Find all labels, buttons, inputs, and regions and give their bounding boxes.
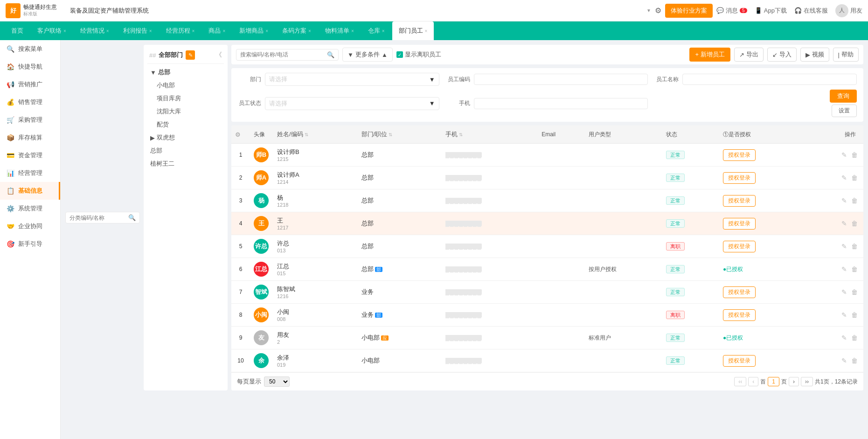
dept-tree-item-shuanghuxiang[interactable]: ▶ 双虎想	[147, 131, 224, 144]
dept-filter-select[interactable]: 请选择 ▼	[265, 73, 439, 86]
tab-profit[interactable]: 利润报告 ×	[117, 21, 159, 40]
row-auth-cell[interactable]: 授权登录	[719, 189, 807, 212]
auth-button[interactable]: 授权登录	[723, 286, 756, 298]
dept-tree-item-zongbu[interactable]: ▼ 总部	[147, 66, 224, 79]
row-auth-cell[interactable]: 授权登录	[719, 281, 807, 304]
dept-tree-item-xiaodian[interactable]: 小电部	[147, 79, 224, 92]
tab-barcode[interactable]: 条码方案 ×	[276, 21, 318, 40]
th-phone[interactable]: 手机⇅	[442, 125, 538, 144]
edit-icon[interactable]: ✎	[841, 357, 847, 364]
delete-icon[interactable]: 🗑	[851, 151, 858, 159]
search-button[interactable]: 查询	[830, 90, 857, 103]
row-auth-cell[interactable]: 授权登录	[719, 235, 807, 258]
row-auth-cell[interactable]: 授权登录	[719, 212, 807, 235]
video-button[interactable]: ▶ 视频	[800, 48, 829, 62]
dept-tree-item-peihuo[interactable]: 配货	[147, 118, 224, 131]
delete-icon[interactable]: 🗑	[851, 311, 858, 319]
row-auth-cell[interactable]: 授权登录	[719, 304, 807, 327]
sidebar-item-inventory[interactable]: 📦 库存核算	[0, 129, 60, 146]
sidebar-item-system[interactable]: ⚙️ 系统管理	[0, 200, 60, 217]
online-service-button[interactable]: 🎧 在线客服	[794, 7, 828, 15]
edit-icon[interactable]: ✎	[841, 243, 847, 250]
row-auth-cell[interactable]: 授权登录	[719, 167, 807, 189]
edit-icon[interactable]: ✎	[841, 174, 847, 181]
tab-bom[interactable]: 物料清单 ×	[319, 21, 361, 40]
tab-goods[interactable]: 商品 ×	[202, 21, 232, 40]
delete-icon[interactable]: 🗑	[851, 243, 858, 250]
delete-icon[interactable]: 🗑	[851, 334, 858, 341]
close-icon[interactable]: ×	[308, 28, 311, 34]
sidebar-item-finance[interactable]: 💳 资金管理	[0, 146, 60, 164]
close-icon[interactable]: ×	[106, 28, 109, 34]
dept-tree-item-zhishu[interactable]: 植树王二	[147, 157, 224, 170]
close-icon[interactable]: ×	[222, 28, 225, 34]
sidebar-item-sales[interactable]: 💰 销售管理	[0, 93, 60, 111]
close-icon[interactable]: ×	[382, 28, 385, 34]
tab-employee[interactable]: 部门员工 ×	[392, 21, 434, 40]
next-last-button[interactable]: ››	[801, 377, 813, 386]
tab-home[interactable]: 首页	[5, 21, 30, 40]
import-button[interactable]: ↙ 导入	[767, 48, 797, 62]
name-filter-input[interactable]	[682, 74, 857, 85]
system-dropdown-arrow[interactable]: ▼	[646, 8, 651, 13]
edit-icon[interactable]: ✎	[841, 220, 847, 227]
close-icon[interactable]: ×	[149, 28, 152, 34]
sidebar-item-collab[interactable]: 🤝 企业协同	[0, 217, 60, 235]
edit-icon[interactable]: ✎	[841, 197, 847, 204]
close-icon[interactable]: ×	[63, 28, 66, 34]
employee-search-box[interactable]: 🔍	[236, 49, 339, 61]
sidebar-item-search[interactable]: 🔍 搜索菜单	[0, 40, 60, 58]
gear-icon[interactable]: ⚙	[235, 131, 241, 138]
delete-icon[interactable]: 🗑	[851, 357, 858, 364]
tab-history[interactable]: 经营历程 ×	[160, 21, 201, 40]
phone-filter-input[interactable]	[474, 98, 648, 109]
edit-icon[interactable]: ✎	[841, 265, 847, 273]
category-search-box[interactable]: 🔍	[65, 212, 140, 223]
row-auth-cell[interactable]: 授权登录	[719, 144, 807, 167]
tab-customer[interactable]: 客户联络 ×	[31, 21, 73, 40]
dept-tree-item-zongbu2[interactable]: 总部	[147, 144, 224, 157]
export-button[interactable]: ↗ 导出	[734, 48, 764, 62]
sidebar-item-base-info[interactable]: 📋 基础信息	[0, 182, 60, 200]
close-icon[interactable]: ×	[265, 28, 268, 34]
employee-search-input[interactable]	[240, 51, 325, 58]
category-search-input[interactable]	[69, 215, 126, 221]
help-button[interactable]: | 帮助	[833, 48, 859, 62]
sidebar-item-operations[interactable]: 📊 经营管理	[0, 164, 60, 182]
dept-collapse-button[interactable]: 《	[215, 51, 222, 59]
edit-icon[interactable]: ✎	[841, 288, 847, 296]
dept-edit-button[interactable]: ✎	[186, 50, 195, 60]
app-download-button[interactable]: 📱 App下载	[755, 7, 787, 15]
close-icon[interactable]: ×	[425, 28, 428, 34]
sidebar-item-nav[interactable]: 🏠 快捷导航	[0, 58, 60, 76]
close-icon[interactable]: ×	[192, 28, 195, 34]
tab-warehouse[interactable]: 仓库 ×	[361, 21, 391, 40]
show-resigned-toggle[interactable]: ✓ 显示离职员工	[396, 50, 441, 59]
auth-button[interactable]: 授权登录	[723, 309, 756, 321]
edit-icon[interactable]: ✎	[841, 151, 847, 159]
auth-button[interactable]: 授权登录	[723, 355, 756, 367]
prev-first-button[interactable]: ‹‹	[734, 377, 746, 386]
row-auth-cell[interactable]: 授权登录	[719, 349, 807, 372]
th-gear[interactable]: ⚙	[231, 125, 250, 144]
auth-button[interactable]: 授权登录	[723, 241, 756, 252]
sidebar-item-guide[interactable]: 🎯 新手引导	[0, 235, 60, 253]
auth-button[interactable]: 授权登录	[723, 218, 756, 230]
delete-icon[interactable]: 🗑	[851, 220, 858, 227]
auth-button[interactable]: 授权登录	[723, 172, 756, 184]
tab-operation[interactable]: 经营情况 ×	[74, 21, 116, 40]
reset-button[interactable]: 设置	[832, 105, 857, 117]
delete-icon[interactable]: 🗑	[851, 265, 858, 273]
delete-icon[interactable]: 🗑	[851, 288, 858, 296]
th-dept[interactable]: 部门/职位⇅	[358, 125, 442, 144]
dept-tree-item-xiangmu[interactable]: 项目库房	[147, 92, 224, 105]
auth-button[interactable]: 授权登录	[723, 149, 756, 161]
settings-icon[interactable]: ⚙	[655, 6, 661, 15]
close-icon[interactable]: ×	[351, 28, 354, 34]
sidebar-item-marketing[interactable]: 📢 营销推广	[0, 76, 60, 93]
next-button[interactable]: ›	[789, 377, 799, 386]
edit-icon[interactable]: ✎	[841, 311, 847, 319]
delete-icon[interactable]: 🗑	[851, 197, 858, 204]
page-size-select[interactable]: 50 100 200	[264, 376, 290, 387]
code-filter-input[interactable]	[474, 74, 648, 85]
